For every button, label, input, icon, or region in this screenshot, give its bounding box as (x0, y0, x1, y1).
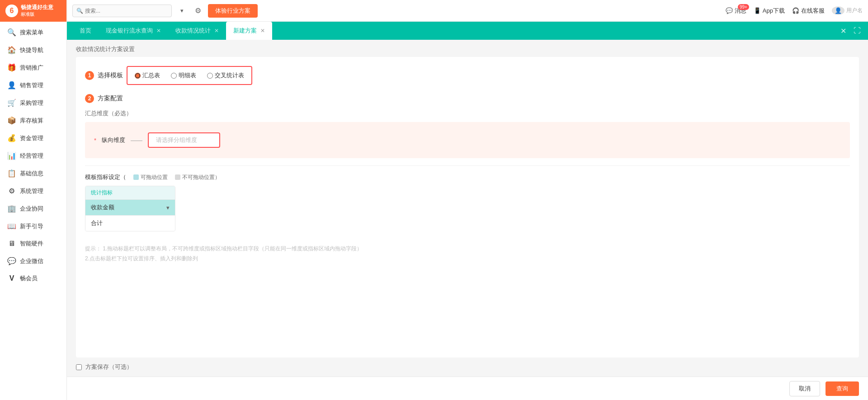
radio-detail-input[interactable] (171, 73, 177, 79)
search-input[interactable] (85, 8, 157, 14)
footer-bar: 取消 查询 (67, 376, 868, 400)
tab-bank-flow[interactable]: 现金银行流水查询 ✕ (99, 22, 168, 40)
non-draggable-color-dot (175, 174, 180, 180)
tip-line-1: 提示： 1.拖动标题栏可以调整布局，不可跨维度或指标区域拖动栏目字段（只能在同一… (85, 244, 850, 254)
sidebar-item-label: 营销推广 (20, 64, 43, 72)
sidebar-item-operation[interactable]: 📊 经营管理 (0, 147, 66, 165)
sidebar-item-search-menu[interactable]: 🔍 搜索菜单 (0, 24, 66, 41)
tab-close-window-icon[interactable]: ✕ (839, 27, 848, 35)
settings-icon[interactable]: ⚙ (192, 5, 204, 17)
sidebar-item-wechat[interactable]: 💬 企业微信 (0, 252, 66, 270)
tab-new-plan-close[interactable]: ✕ (260, 28, 265, 33)
sidebar-item-label: 搜索菜单 (20, 28, 43, 37)
step2-num: 2 (85, 94, 94, 103)
header-right-controls: 💬 消息 99+ 📱 App下载 🎧 在线客服 👤 用户名 (726, 6, 863, 15)
online-service-btn[interactable]: 🎧 在线客服 (792, 7, 825, 15)
sidebar-item-label: 基础信息 (20, 169, 43, 178)
user-avatar[interactable]: 👤 用户名 (832, 6, 863, 15)
step1-section: 1 选择模板 汇总表 明细表 交叉统计表 (85, 66, 850, 85)
step1-label: 选择模板 (98, 71, 123, 80)
sidebar-nav: 🔍 搜索菜单 🏠 快捷导航 🎁 营销推广 👤 销售管理 🛒 采购管理 📦 库存核… (0, 22, 66, 400)
search-menu-icon: 🔍 (7, 28, 16, 37)
dimension-select-placeholder: 请选择分组维度 (156, 136, 197, 143)
dimension-row: * 纵向维度 —— 请选择分组维度 (94, 132, 220, 148)
sidebar-item-sales[interactable]: 👤 销售管理 (0, 76, 66, 94)
user-icon: 👤 (832, 6, 844, 15)
sidebar-item-label: 销售管理 (20, 81, 43, 89)
msg-badge: 99+ (738, 4, 749, 10)
tab-expand-icon[interactable]: ⛶ (852, 27, 863, 35)
tab-receipt-stat-label: 收款情况统计 (175, 27, 211, 35)
metrics-config: 模板指标设定（ 可拖动位置 不可拖动位置） 统计指标 收款 (85, 165, 850, 269)
app-download-btn[interactable]: 📱 App下载 (754, 7, 785, 15)
sidebar-item-guide[interactable]: 📖 新手引导 (0, 217, 66, 235)
message-icon: 💬 (726, 7, 733, 14)
sidebar-item-hardware[interactable]: 🖥 智能硬件 (0, 235, 66, 252)
sidebar-item-corp[interactable]: 🏢 企业协同 (0, 200, 66, 217)
sidebar-item-label: 新手引导 (20, 222, 43, 231)
radio-crosstab[interactable]: 交叉统计表 (207, 71, 244, 80)
sidebar-item-system[interactable]: ⚙ 系统管理 (0, 182, 66, 200)
sidebar-item-label: 库存核算 (20, 117, 43, 125)
legend-draggable: 可拖动位置 (133, 174, 168, 181)
radio-detail[interactable]: 明细表 (171, 71, 196, 80)
tab-bank-flow-label: 现金银行流水查询 (106, 27, 153, 35)
sidebar-item-inventory[interactable]: 📦 库存核算 (0, 112, 66, 129)
purchase-icon: 🛒 (7, 99, 16, 107)
template-options: 汇总表 明细表 交叉统计表 (127, 66, 252, 85)
legend-draggable-label: 可拖动位置 (141, 174, 168, 181)
sidebar-item-label: 资金管理 (20, 134, 43, 142)
query-button[interactable]: 查询 (826, 381, 859, 396)
required-mark: * (94, 137, 96, 144)
wechat-icon: 💬 (7, 257, 16, 265)
tab-bar: 首页 现金银行流水查询 ✕ 收款情况统计 ✕ 新建方案 ✕ ✕ ⛶ (67, 22, 868, 40)
tab-new-plan[interactable]: 新建方案 ✕ (226, 22, 272, 40)
radio-summary-input[interactable] (135, 73, 141, 79)
home-icon: 🏠 (7, 46, 16, 54)
messages-btn[interactable]: 💬 消息 99+ (726, 7, 746, 15)
sidebar-item-finance[interactable]: 💰 资金管理 (0, 129, 66, 147)
radio-crosstab-input[interactable] (207, 73, 213, 79)
metrics-cell-amount[interactable]: 收款金额 ▾ (85, 200, 175, 216)
tab-home[interactable]: 首页 (72, 22, 99, 40)
metrics-config-label: 模板指标设定（ (85, 173, 126, 181)
dimension-area: * 纵向维度 —— 请选择分组维度 (85, 122, 850, 158)
system-icon: ⚙ (7, 187, 16, 195)
sidebar-item-label: 企业协同 (20, 205, 43, 213)
dropdown-arrow[interactable]: ▾ (175, 5, 188, 17)
tab-receipt-stat-close[interactable]: ✕ (214, 28, 219, 33)
legend-non-draggable: 不可拖动位置） (175, 174, 220, 181)
top-header: 🔍 ▾ ⚙ 体验行业方案 💬 消息 99+ 📱 App下载 🎧 在线客服 👤 用… (67, 0, 868, 22)
industry-btn[interactable]: 体验行业方案 (208, 4, 258, 18)
step2-header: 2 方案配置 (85, 94, 850, 103)
dimension-select[interactable]: 请选择分组维度 (148, 132, 220, 148)
metrics-header-row: 模板指标设定（ 可拖动位置 不可拖动位置） (85, 173, 850, 181)
sales-icon: 👤 (7, 81, 16, 89)
cancel-button[interactable]: 取消 (789, 381, 820, 396)
sidebar-item-base-info[interactable]: 📋 基础信息 (0, 165, 66, 182)
save-checkbox[interactable] (76, 364, 82, 370)
tab-bank-flow-close[interactable]: ✕ (156, 28, 161, 33)
tip-line-2: 2.点击标题栏下拉可设置排序、插入列和删除列 (85, 254, 850, 264)
sidebar-item-label: 系统管理 (20, 187, 43, 195)
sidebar-logo: 6 畅捷通好生意 标准版 (0, 0, 66, 22)
radio-detail-label: 明细表 (179, 71, 196, 80)
header-search-box[interactable]: 🔍 (72, 5, 172, 17)
page-title: 收款情况统计方案设置 (67, 40, 868, 57)
dimension-section-label: 汇总维度（必选） (85, 109, 850, 118)
sidebar-item-marketing[interactable]: 🎁 营销推广 (0, 59, 66, 76)
metrics-total-cell: 合计 (85, 216, 175, 231)
radio-summary[interactable]: 汇总表 (135, 71, 160, 80)
sidebar-item-quick-nav[interactable]: 🏠 快捷导航 (0, 41, 66, 59)
form-container: 1 选择模板 汇总表 明细表 交叉统计表 (76, 57, 859, 358)
radio-summary-label: 汇总表 (142, 71, 160, 80)
finance-icon: 💰 (7, 134, 16, 142)
sidebar-item-purchase[interactable]: 🛒 采购管理 (0, 94, 66, 112)
metrics-section-header: 统计指标 (85, 186, 175, 200)
corp-icon: 🏢 (7, 204, 16, 213)
sidebar-item-member[interactable]: V 畅会员 (0, 270, 66, 287)
guide-icon: 📖 (7, 222, 16, 231)
save-area: 方案保存（可选） (67, 358, 868, 376)
sidebar-item-label: 快捷导航 (20, 46, 43, 54)
tab-receipt-stat[interactable]: 收款情况统计 ✕ (168, 22, 226, 40)
